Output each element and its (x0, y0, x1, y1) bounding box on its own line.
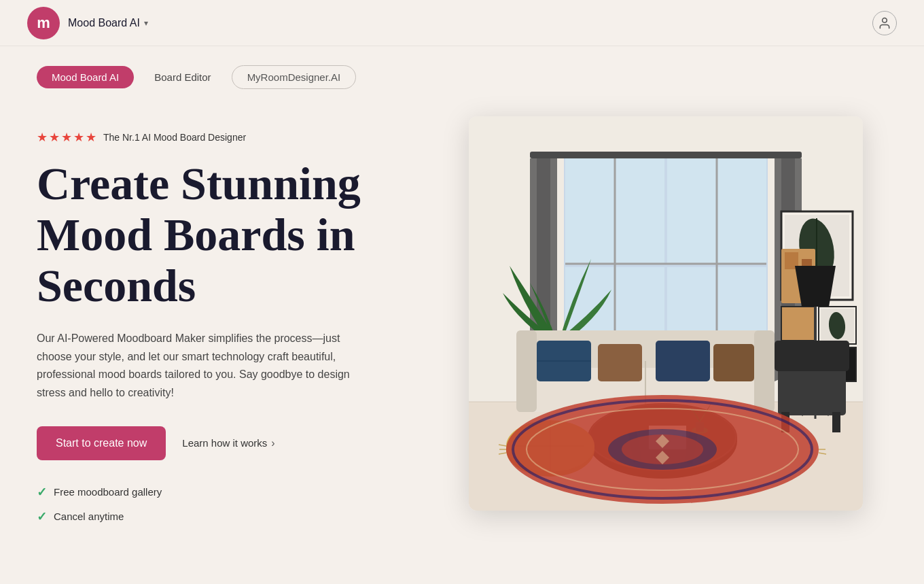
svg-point-0 (883, 18, 887, 22)
feature-label-2: Cancel anytime (54, 511, 124, 522)
tab-my-room-designer[interactable]: MyRoomDesigner.AI (232, 65, 357, 89)
svg-rect-18 (781, 307, 815, 341)
hero-right-column (444, 116, 887, 511)
feature-list: ✓ Free moodboard gallery ✓ Cancel anytim… (37, 485, 404, 524)
svg-rect-35 (516, 330, 537, 412)
arrow-right-icon: › (271, 437, 274, 449)
tabs-bar: Mood Board AI Board Editor MyRoomDesigne… (0, 46, 924, 89)
stars-group: ★ ★ ★ ★ ★ (37, 130, 96, 145)
cta-row: Start to create now Learn how it works › (37, 426, 404, 460)
tab-board-editor[interactable]: Board Editor (139, 66, 226, 88)
hero-description: Our AI-Powered Moodboard Maker simplifie… (37, 330, 363, 402)
svg-rect-36 (754, 330, 775, 412)
learn-how-link[interactable]: Learn how it works › (182, 437, 274, 449)
check-icon-1: ✓ (37, 485, 47, 500)
rating-label: The Nr.1 AI Mood Board Designer (103, 132, 246, 143)
star-1: ★ (37, 130, 48, 145)
svg-rect-56 (778, 364, 846, 415)
svg-rect-40 (598, 344, 642, 381)
room-image (469, 116, 863, 511)
main-content: ★ ★ ★ ★ ★ The Nr.1 AI Mood Board Designe… (0, 89, 924, 579)
navbar: m Mood Board AI ▾ (0, 0, 924, 46)
start-create-button[interactable]: Start to create now (37, 426, 166, 460)
rating-row: ★ ★ ★ ★ ★ The Nr.1 AI Mood Board Designe… (37, 130, 404, 145)
feature-item-1: ✓ Free moodboard gallery (37, 485, 404, 500)
star-2: ★ (49, 130, 60, 145)
star-3: ★ (61, 130, 72, 145)
learn-how-label: Learn how it works (182, 437, 267, 449)
chevron-down-icon: ▾ (144, 18, 148, 28)
hero-left-column: ★ ★ ★ ★ ★ The Nr.1 AI Mood Board Designe… (37, 116, 404, 524)
star-4: ★ (73, 130, 84, 145)
svg-rect-59 (832, 412, 840, 432)
brand-name-label: Mood Board AI (68, 17, 140, 29)
svg-rect-41 (656, 341, 710, 381)
star-5: ★ (86, 130, 96, 145)
feature-label-1: Free moodboard gallery (54, 486, 162, 498)
svg-rect-5 (530, 152, 802, 158)
feature-item-2: ✓ Cancel anytime (37, 509, 404, 524)
check-icon-2: ✓ (37, 509, 47, 524)
room-illustration (469, 116, 863, 511)
tab-mood-board-ai[interactable]: Mood Board AI (37, 66, 134, 88)
hero-title: Create Stunning Mood Boards in Seconds (37, 158, 404, 311)
svg-rect-57 (775, 341, 849, 371)
nav-brand-button[interactable]: Mood Board AI ▾ (68, 17, 148, 29)
nav-right (872, 11, 897, 35)
user-account-button[interactable] (872, 11, 897, 35)
svg-rect-42 (713, 344, 754, 381)
nav-left: m Mood Board AI ▾ (27, 7, 148, 39)
logo-icon[interactable]: m (27, 7, 60, 39)
